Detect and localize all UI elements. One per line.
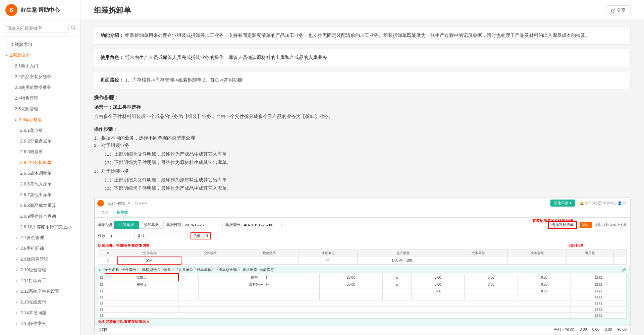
summary-total2: 0.00 [580,327,587,332]
sidebar-item-stocktake[interactable]: 2.6.1盘点单 [15,125,80,136]
child-row1-unit: g [382,274,411,281]
annotation1: 有装配清单的在这里处理 [532,218,573,223]
sidebar-item-data-prep[interactable]: 2.3使用前数据准备 [9,82,80,93]
child-row5-name [105,300,178,306]
form-docno-input[interactable] [241,222,282,228]
sidebar-item-purchase[interactable]: 2.5采购管理 [9,104,80,114]
share-button[interactable]: 分享 [606,5,631,15]
svg-point-0 [71,26,74,29]
sidebar-item-cost-adjust[interactable]: 2.6.5成本调整单 [15,168,80,179]
row1-spec [240,257,299,264]
step2: 2、对于组装业务 [94,143,631,149]
form-label-date: 单据日期 [166,222,181,227]
app-tab-newdoc[interactable]: 新单据 [113,208,132,217]
sidebar-item-ledger-fix[interactable]: 2.6.10库存账本错了怎么办 [15,222,80,232]
search-input[interactable] [4,24,69,33]
sidebar-item-cost-recalc[interactable]: 2.6.8商品成本重算 [15,200,80,211]
annotation2: 组装业务、拆卸业务在这里切换 [98,243,150,247]
sidebar-item-video[interactable]: ＋ 1.视频学习 [0,39,80,50]
sidebar-item-stock-ledger[interactable]: 2.6.9库存账本查询 [15,211,80,222]
row1-price [449,257,507,264]
sidebar-item-label: 2.6.6其他入库单 [20,181,52,187]
main-content: 组装拆卸单 分享 功能介绍： 组装拆卸单用来处理企业组装或拆卸等加工业务，支持有… [80,0,644,335]
sidebar-item-faq[interactable]: ＋ 2.14常见问题 [9,308,80,318]
child-row3-spec [198,288,319,294]
feature-intro-text: 组装拆卸单用来处理企业组装或拆卸等加工业务，支持有固定装配清单的产品加工业务，也… [125,33,590,38]
scene1-title: 场景一：加工类型选择 [94,104,631,110]
col-parent-no: 父件编号 [181,250,240,257]
sidebar-item-coupon[interactable]: ＋ 2.9优惠券管理 [9,254,80,265]
app-screenshot: 6 TEST-H002 ▼ ⚙ ● ● ● 新建单据 ▾ 🔔 App下载 💬 帮… [94,198,630,334]
form-group-date: 单据日期 [166,222,223,228]
child-col-qty: *数量△ [162,267,175,272]
sidebar-item-other-out[interactable]: 2.6.7其他出库单 [15,189,80,200]
step2-sub1: （1）上部明细为父件明细，最终作为产成品生成其它入库单； [102,150,631,159]
parent-table: # *父件名称 父件编号 规格型号 计量单位 生产数量 成本单价 成本金额 可用… [98,249,627,265]
app-tab-home[interactable]: 自营 [97,208,113,217]
sidebar-item-mobile[interactable]: ＋ 2.8手机旺铺 [9,243,80,254]
row1-action [614,257,627,264]
sidebar-item-inventory[interactable]: ● 2.6库存核算 [9,114,80,125]
row1-seq: 1 [98,257,118,264]
sidebar-item-sales[interactable]: 2.4销售管理 [9,93,80,104]
sidebar-item-customize[interactable]: ＋ 2.12系统个性化设置 [9,286,80,297]
child-row5-empty [178,300,571,306]
child-row1-ops: ☐ ☐ [571,274,627,281]
child-col-spec: 规格型号△ [142,267,160,272]
child-row7-name [105,313,178,319]
content-area: 功能介绍： 组装拆卸单用来处理企业组装或拆卸等加工业务，支持有固定装配清单的产品… [80,20,644,335]
type-btn-disassembly[interactable]: 拆卸单据 [139,221,164,229]
sidebar-item-print[interactable]: ＋ 2.11打印设置 [9,275,80,286]
sidebar-item-other-in[interactable]: 2.6.6其他入库单 [15,179,80,189]
sidebar-item-newcomer[interactable]: 2.1新手入门 [9,61,80,71]
plus-icon-4: ＋ [15,257,18,262]
form-label-memo: 备注 [138,233,145,238]
sidebar-item-label: 1.视频学习 [11,42,32,48]
child-row3-qty [319,288,382,294]
plus-icon-9: ＋ [15,311,18,316]
child-row4-name [105,294,178,300]
form-date-input[interactable] [182,222,223,228]
sidebar-item-payment[interactable]: ＋ 2.13在线支付 [9,297,80,308]
child-row6-empty [178,306,571,313]
col-avail: 可用量 [567,250,614,257]
step2-sub2: （2）下部明细为子件明细，最终作为原材料生成其它出库单。 [102,158,631,167]
sidebar-item-label: 2.5采购管理 [15,106,38,112]
search-bar [0,20,80,37]
form-memo-input[interactable] [148,233,188,239]
row1-amount [507,257,566,264]
sidebar-item-help-docs[interactable]: ● 2.帮助文档 [0,50,80,61]
sidebar-item-label: 2.9优惠券管理 [20,256,48,262]
col-spec: 规格型号 [240,250,299,257]
sidebar-item-operations[interactable]: ＋ 2.10经营管理 [9,265,80,275]
child-row6-ops: ☐ ☐ [571,306,627,313]
child-row2-no [178,281,199,288]
child-col-batch: 要求出库 [243,267,257,272]
sidebar-item-partial-stocktake[interactable]: 2.6.2分量盘点单 [15,136,80,147]
plus-icon-8: ＋ [15,300,18,305]
row1-name: 米米 [118,257,181,264]
sidebar-item-finance[interactable]: ＋ 2.7资金管理 [9,232,80,243]
child-row1-price: 0.00 [411,274,465,281]
form-confirm-btn[interactable]: 确认 [580,222,592,228]
sidebar-item-cases[interactable]: ＋ 2.15操作案例 [9,318,80,329]
sidebar-item-assembly[interactable]: 2.6.4组装拆卸单 [15,157,80,168]
sidebar-item-transfer[interactable]: 2.6.3调拨单 [15,147,80,157]
sidebar-item-label: 2.6.5成本调整单 [20,170,52,176]
sidebar-item-install[interactable]: 2.2产品安装及登录 [9,71,80,82]
parent-table-area: # *父件名称 父件编号 规格型号 计量单位 生产数量 成本单价 成本金额 可用… [95,248,630,266]
app-subnav: 自营 新单据 [95,208,630,218]
summary-spacer [113,327,549,332]
type-btn-assembly[interactable]: 组装单据 [114,221,139,229]
minus-icon: ● [5,53,8,57]
app-icons-area: ⚙ ● ● ● [135,201,147,205]
path-label: 页面路径： [100,77,124,82]
form-count-input[interactable] [108,233,135,239]
search-icon[interactable] [71,25,76,32]
child-col-icon: 🔗 [622,268,627,272]
form-group-type: 单据类型 组装单据 拆卸单据 [98,221,164,229]
child-row6-chk: ☐ [98,306,105,313]
sidebar-item-label: 2.6.3调拨单 [20,149,43,155]
app-new-doc-btn[interactable]: 新建单据 ▾ [550,200,575,207]
nav-tree: ＋ 1.视频学习 ● 2.帮助文档 2.1新手入门 2.2产品安装及登录 2.3… [0,37,80,335]
